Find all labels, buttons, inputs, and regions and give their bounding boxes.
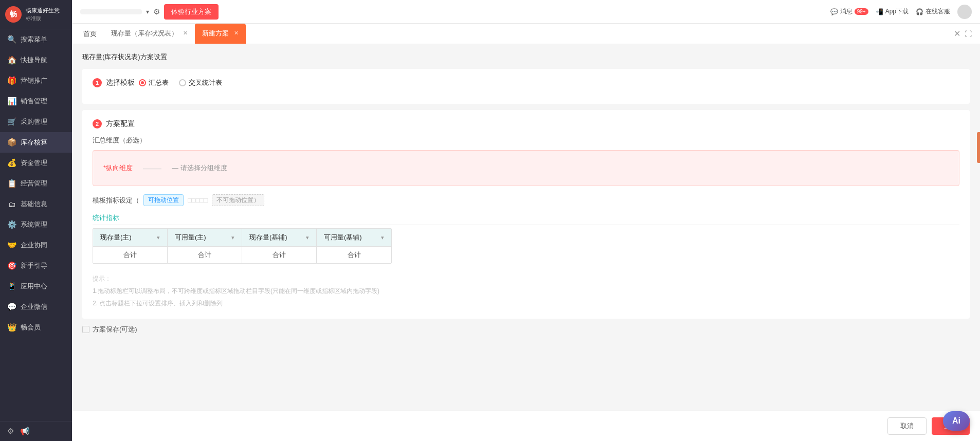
speaker-icon[interactable]: 📢 bbox=[20, 427, 30, 436]
home-icon: 🏠 bbox=[7, 56, 16, 65]
metrics-col-2-label: 现存量(基辅) bbox=[249, 233, 287, 242]
draggable-tag: 可拖动位置 bbox=[143, 194, 184, 206]
indicator-sep: □□□□□ bbox=[188, 196, 208, 204]
sidebar-item-label: 基础信息 bbox=[21, 199, 47, 209]
sidebar-item-finance[interactable]: 💰 资金管理 bbox=[0, 153, 72, 173]
online-service-label: 在线客服 bbox=[925, 7, 950, 16]
topbar-search[interactable] bbox=[80, 9, 142, 14]
save-checkbox[interactable] bbox=[82, 326, 89, 333]
experience-btn[interactable]: 体验行业方案 bbox=[164, 4, 219, 20]
chevron-down-icon-2[interactable]: ▾ bbox=[306, 234, 309, 241]
chevron-down-icon-1[interactable]: ▾ bbox=[231, 234, 234, 241]
topbar-dropdown[interactable]: ▾ bbox=[146, 8, 149, 15]
sidebar-item-appstore[interactable]: 📱 应用中心 bbox=[0, 276, 72, 297]
step1-header: 1 选择模板 汇总表 交叉统计表 bbox=[93, 78, 959, 87]
metrics-col-3[interactable]: 可用量(基辅) ▾ bbox=[317, 229, 391, 247]
step1-card: 1 选择模板 汇总表 交叉统计表 bbox=[82, 69, 970, 104]
message-group[interactable]: 💬 消息 99+ bbox=[830, 7, 868, 16]
radio-summary[interactable]: 汇总表 bbox=[139, 78, 169, 87]
sidebar-item-wechat[interactable]: 💬 企业微信 bbox=[0, 297, 72, 317]
tab-new-plan-close[interactable]: ✕ bbox=[234, 30, 239, 36]
metrics-section: 统计指标 现存量(主) ▾ 可用量(主) ▾ 现存量(基辅) bbox=[93, 213, 959, 265]
metrics-col-1-label: 可用量(主) bbox=[175, 233, 206, 242]
sidebar-item-nav[interactable]: 🏠 快捷导航 bbox=[0, 50, 72, 70]
close-panel-icon[interactable]: ✕ bbox=[954, 29, 960, 39]
handshake-icon: 🤝 bbox=[7, 241, 16, 250]
app-download-label: App下载 bbox=[885, 7, 909, 16]
message-icon: 💬 bbox=[830, 8, 838, 15]
ai-fab[interactable]: Ai bbox=[943, 411, 970, 431]
app-download-group[interactable]: 📲 App下载 bbox=[876, 7, 909, 16]
sidebar-item-label: 系统管理 bbox=[21, 220, 47, 229]
metrics-col-0[interactable]: 现存量(主) ▾ bbox=[93, 229, 168, 247]
metrics-data-row: 合计 合计 合计 合计 bbox=[93, 247, 391, 263]
topbar-gear-icon[interactable]: ⚙ bbox=[153, 7, 160, 16]
sidebar-item-label: 快捷导航 bbox=[21, 56, 47, 65]
sidebar-item-management[interactable]: 📋 经营管理 bbox=[0, 173, 72, 194]
tab-new-plan-label: 新建方案 bbox=[202, 29, 229, 38]
sidebar-item-purchase[interactable]: 🛒 采购管理 bbox=[0, 112, 72, 132]
cancel-button[interactable]: 取消 bbox=[887, 417, 927, 435]
tab-new-plan[interactable]: 新建方案 ✕ bbox=[195, 24, 246, 44]
tip-1: 1.拖动标题栏可以调整布局，不可跨维度或指标区域拖动栏目字段(只能在同一维度或指… bbox=[93, 285, 959, 297]
search-icon: 🔍 bbox=[7, 35, 16, 44]
chat-icon: 💬 bbox=[7, 302, 16, 311]
sidebar-item-label: 搜索菜单 bbox=[21, 35, 47, 44]
online-service-group[interactable]: 🎧 在线客服 bbox=[916, 7, 950, 16]
not-draggable-tag: 不可拖动位置） bbox=[212, 194, 264, 206]
sidebar-item-member[interactable]: 👑 畅会员 bbox=[0, 317, 72, 338]
save-option: 方案保存(可选) bbox=[82, 325, 970, 334]
footer-bar: 取消 查询 bbox=[72, 411, 980, 441]
step1-title: 选择模板 bbox=[106, 78, 135, 87]
sidebar-item-marketing[interactable]: 🎁 营销推广 bbox=[0, 70, 72, 91]
sidebar-item-inventory[interactable]: 📦 库存核算 bbox=[0, 132, 72, 153]
radio-cross[interactable]: 交叉统计表 bbox=[179, 78, 222, 87]
sidebar-nav: 🔍 搜索菜单 🏠 快捷导航 🎁 营销推广 📊 销售管理 🛒 采购管理 📦 库存核… bbox=[0, 29, 72, 421]
metrics-col-2[interactable]: 现存量(基辅) ▾ bbox=[242, 229, 317, 247]
summary-dim-label: 汇总维度（必选） bbox=[93, 136, 959, 145]
metrics-header-row: 现存量(主) ▾ 可用量(主) ▾ 现存量(基辅) ▾ 可用量(基辅) bbox=[93, 229, 391, 247]
tip-2: 2. 点击标题栏下拉可设置排序、插入列和删除列 bbox=[93, 297, 959, 309]
chevron-down-icon-3[interactable]: ▾ bbox=[381, 234, 384, 241]
save-option-label: 方案保存(可选) bbox=[93, 325, 137, 334]
gift-icon: 🎁 bbox=[7, 76, 16, 85]
dim-area[interactable]: *纵向维度 —— — 请选择分组维度 bbox=[93, 150, 959, 186]
metrics-col-1[interactable]: 可用量(主) ▾ bbox=[168, 229, 242, 247]
sidebar: 畅 畅康通好生意 标准版 🔍 搜索菜单 🏠 快捷导航 🎁 营销推广 📊 销售管理… bbox=[0, 0, 72, 441]
radio-summary-dot bbox=[139, 79, 146, 86]
sidebar-item-system[interactable]: ⚙️ 系统管理 bbox=[0, 214, 72, 235]
sidebar-item-search[interactable]: 🔍 搜索菜单 bbox=[0, 29, 72, 50]
sidebar-item-label: 资金管理 bbox=[21, 158, 47, 168]
dim-separator: —— bbox=[143, 163, 161, 174]
chart-icon: 📊 bbox=[7, 97, 16, 106]
step2-header: 2 方案配置 bbox=[93, 119, 959, 128]
gear-icon: ⚙️ bbox=[7, 220, 16, 229]
tab-home[interactable]: 首页 bbox=[76, 24, 104, 44]
message-badge: 99+ bbox=[855, 8, 868, 15]
tab-inventory-label: 现存量（库存状况表） bbox=[111, 29, 178, 38]
right-scroll-handle[interactable] bbox=[977, 132, 980, 163]
message-label: 消息 bbox=[840, 7, 852, 16]
sidebar-bottom: ⚙ 📢 bbox=[0, 421, 72, 441]
topbar: ▾ ⚙ 体验行业方案 💬 消息 99+ 📲 App下载 🎧 在线客服 bbox=[72, 0, 980, 24]
tab-inventory-close[interactable]: ✕ bbox=[183, 30, 188, 36]
metrics-table: 现存量(主) ▾ 可用量(主) ▾ 现存量(基辅) ▾ 可用量(基辅) bbox=[93, 228, 392, 264]
step2-badge: 2 bbox=[93, 119, 102, 128]
sidebar-item-label: 库存核算 bbox=[21, 138, 47, 147]
page-title: 现存量(库存状况表)方案设置 bbox=[82, 52, 970, 62]
sidebar-item-newguide[interactable]: 🎯 新手引导 bbox=[0, 255, 72, 276]
sidebar-item-sales[interactable]: 📊 销售管理 bbox=[0, 91, 72, 112]
user-avatar[interactable] bbox=[957, 5, 972, 19]
tab-inventory[interactable]: 现存量（库存状况表） ✕ bbox=[104, 24, 195, 44]
sidebar-item-label: 销售管理 bbox=[21, 97, 47, 106]
expand-panel-icon[interactable]: ⛶ bbox=[965, 30, 972, 38]
indicator-setting: 模板指标设定（ 可拖动位置 □□□□□ 不可拖动位置） bbox=[93, 194, 959, 206]
chevron-down-icon-0[interactable]: ▾ bbox=[157, 234, 160, 241]
sidebar-item-label: 企业微信 bbox=[21, 302, 47, 311]
settings-icon[interactable]: ⚙ bbox=[7, 427, 14, 436]
sidebar-item-contract[interactable]: 🤝 企业协同 bbox=[0, 235, 72, 255]
box-icon: 📦 bbox=[7, 138, 16, 147]
main-content: ▾ ⚙ 体验行业方案 💬 消息 99+ 📲 App下载 🎧 在线客服 首页 bbox=[72, 0, 980, 441]
sidebar-logo: 畅 畅康通好生意 标准版 bbox=[0, 0, 72, 29]
sidebar-item-basic[interactable]: 🗂 基础信息 bbox=[0, 194, 72, 214]
